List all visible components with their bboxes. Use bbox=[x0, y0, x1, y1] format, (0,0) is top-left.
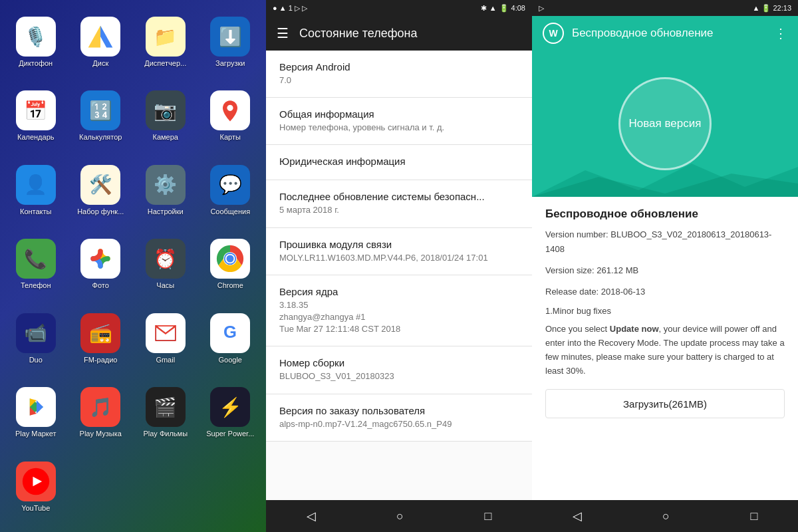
home-button[interactable]: ○ bbox=[396, 509, 404, 523]
app-icon-dictaphone: 🎙️ bbox=[16, 17, 56, 57]
version-size: Version size: 261.12 MB bbox=[545, 263, 785, 278]
app-item-playmarket[interactable]: Play Маркет bbox=[7, 384, 65, 451]
app-item-clock[interactable]: ⏰Часы bbox=[136, 235, 195, 303]
app-item-superpower[interactable]: ⚡Super Power... bbox=[201, 384, 260, 451]
status-item-title: Последнее обновление системы безопасн... bbox=[279, 191, 519, 202]
app-icon-settings: ⚙️ bbox=[146, 165, 186, 205]
recents-button[interactable]: □ bbox=[484, 509, 491, 523]
update-notes: 1.Minor bug fixes bbox=[545, 306, 785, 316]
app-item-photos[interactable]: Фото bbox=[72, 235, 130, 303]
app-item-chrome[interactable]: Chrome bbox=[201, 235, 260, 303]
app-item-toolkit[interactable]: 🛠️Набор функ... bbox=[72, 162, 130, 229]
status-item-subtitle: Номер телефона, уровень сигнала и т. д. bbox=[279, 122, 519, 134]
app-item-duo[interactable]: 📹Duo bbox=[7, 310, 65, 377]
update-hero: Новая версия bbox=[532, 51, 798, 197]
app-label-messages: Сообщения bbox=[210, 207, 250, 216]
app-icon-playmarket bbox=[16, 387, 56, 427]
back-button[interactable]: ◁ bbox=[307, 509, 316, 523]
app-label-superpower: Super Power... bbox=[206, 430, 254, 438]
app-grid: 🎙️Диктофон Диск📁Диспетчер...⬇️Загрузки📅К… bbox=[7, 13, 259, 525]
app-item-playmusic[interactable]: 🎵Play Музыка bbox=[72, 384, 130, 451]
app-item-gmail[interactable]: Gmail bbox=[136, 310, 195, 377]
app-label-drive: Диск bbox=[92, 59, 108, 68]
app-label-fmradio: FM-радио bbox=[84, 356, 117, 364]
app-drawer: 🎙️Диктофон Диск📁Диспетчер...⬇️Загрузки📅К… bbox=[0, 0, 266, 532]
menu-icon[interactable]: ☰ bbox=[277, 25, 289, 41]
app-item-calendar[interactable]: 📅Календарь bbox=[7, 87, 65, 154]
app-item-maps[interactable]: Карты bbox=[201, 87, 260, 154]
app-icon-calc: 🔢 bbox=[80, 90, 120, 130]
status-list-item[interactable]: Версия Android7.0 bbox=[266, 51, 532, 98]
status-item-title: Прошивка модуля связи bbox=[279, 239, 519, 250]
status-list-item[interactable]: Номер сборкиBLUBOO_S3_V01_20180323 bbox=[266, 346, 532, 394]
status-list-item[interactable]: Юридическая информация bbox=[266, 145, 532, 180]
app-icon-youtube bbox=[16, 462, 56, 501]
time-display: 4:08 bbox=[511, 4, 525, 12]
phone-status-screen: ● ▲ 1 ▷ ▷ ✱ ▲ 🔋 4:08 ☰ Состояние телефон… bbox=[266, 0, 532, 532]
app-icon-toolkit: 🛠️ bbox=[80, 165, 120, 205]
app-item-downloads[interactable]: ⬇️Загрузки bbox=[201, 13, 260, 80]
svg-point-8 bbox=[227, 105, 233, 111]
status-list: Версия Android7.0Общая информацияНомер т… bbox=[266, 51, 532, 500]
home-button[interactable]: ○ bbox=[662, 509, 670, 523]
status-item-title: Версия Android bbox=[279, 61, 519, 72]
app-item-google[interactable]: G Google bbox=[201, 310, 260, 377]
app-icon-fmradio: 📻 bbox=[80, 313, 120, 353]
status-item-subtitle: BLUBOO_S3_V01_20180323 bbox=[279, 370, 519, 382]
download-button[interactable]: Загрузить(261MB) bbox=[545, 389, 785, 418]
app-label-playmusic: Play Музыка bbox=[80, 430, 122, 438]
app-item-settings[interactable]: ⚙️Настройки bbox=[136, 162, 195, 229]
app-label-calendar: Календарь bbox=[17, 133, 55, 142]
app-icon-superpower: ⚡ bbox=[210, 387, 250, 427]
app-label-downloads: Загрузки bbox=[215, 59, 245, 68]
app-label-phone: Телефон bbox=[21, 281, 51, 290]
status-item-subtitle: 7.0 bbox=[279, 74, 519, 86]
status-left: ▷ bbox=[539, 4, 544, 13]
app-item-calc[interactable]: 🔢Калькулятор bbox=[72, 87, 130, 154]
app-icon-clock: ⏰ bbox=[146, 239, 186, 279]
app-item-contacts[interactable]: 👤Контакты bbox=[7, 162, 65, 229]
app-icon-playmusic: 🎵 bbox=[80, 387, 120, 427]
svg-text:G: G bbox=[223, 323, 237, 341]
svg-point-13 bbox=[227, 255, 234, 263]
toolbar-title: Состояние телефона bbox=[299, 27, 521, 41]
app-item-camera[interactable]: 📷Камера bbox=[136, 87, 195, 154]
toolbar: W Беспроводное обновление ⋮ bbox=[532, 16, 798, 51]
app-icon-phone: 📞 bbox=[16, 239, 56, 279]
status-item-title: Юридическая информация bbox=[279, 156, 519, 167]
status-list-item[interactable]: Версия ядра3.18.35 zhangya@zhangya #1 Tu… bbox=[266, 275, 532, 347]
app-icon-calendar: 📅 bbox=[16, 90, 56, 130]
app-icon-files: 📁 bbox=[146, 17, 186, 57]
app-icon-chrome bbox=[210, 239, 250, 279]
app-item-playmovies[interactable]: 🎬Play Фильмы bbox=[136, 384, 195, 451]
app-item-dictaphone[interactable]: 🎙️Диктофон bbox=[7, 13, 65, 80]
app-label-calc: Калькулятор bbox=[79, 133, 122, 142]
status-list-item[interactable]: Версия по заказу пользователяalps-mp-n0.… bbox=[266, 394, 532, 442]
app-item-files[interactable]: 📁Диспетчер... bbox=[136, 13, 195, 80]
app-item-fmradio[interactable]: 📻FM-радио bbox=[72, 310, 130, 377]
app-label-settings: Настройки bbox=[148, 207, 184, 216]
status-list-item[interactable]: Прошивка модуля связиMOLY.LR11.W1603.MD.… bbox=[266, 228, 532, 275]
app-item-youtube[interactable]: YouTube bbox=[7, 458, 65, 525]
status-list-item[interactable]: Общая информацияНомер телефона, уровень … bbox=[266, 98, 532, 145]
app-label-duo: Duo bbox=[29, 356, 43, 364]
status-icons-right: ✱ ▲ 🔋 4:08 bbox=[481, 4, 525, 13]
app-label-google: Google bbox=[219, 356, 242, 364]
more-options-button[interactable]: ⋮ bbox=[774, 25, 787, 41]
navigation-bar: ◁ ○ □ bbox=[532, 500, 798, 532]
recents-button[interactable]: □ bbox=[750, 509, 757, 523]
app-label-maps: Карты bbox=[220, 133, 241, 142]
app-label-contacts: Контакты bbox=[20, 207, 52, 216]
app-item-messages[interactable]: 💬Сообщения bbox=[201, 162, 260, 229]
app-label-toolkit: Набор функ... bbox=[77, 207, 124, 216]
app-label-chrome: Chrome bbox=[217, 281, 243, 290]
app-label-camera: Камера bbox=[153, 133, 178, 142]
back-button[interactable]: ◁ bbox=[573, 509, 582, 523]
app-item-phone[interactable]: 📞Телефон bbox=[7, 235, 65, 303]
app-item-drive[interactable]: Диск bbox=[72, 13, 130, 80]
status-list-item[interactable]: Последнее обновление системы безопасн...… bbox=[266, 180, 532, 227]
status-item-subtitle: MOLY.LR11.W1603.MD.MP.V44.P6, 2018/01/24… bbox=[279, 252, 519, 264]
toolbar-title: Беспроводное обновление bbox=[572, 27, 766, 40]
update-circle: Новая версия bbox=[618, 77, 712, 170]
status-item-title: Версия по заказу пользователя bbox=[279, 405, 519, 416]
